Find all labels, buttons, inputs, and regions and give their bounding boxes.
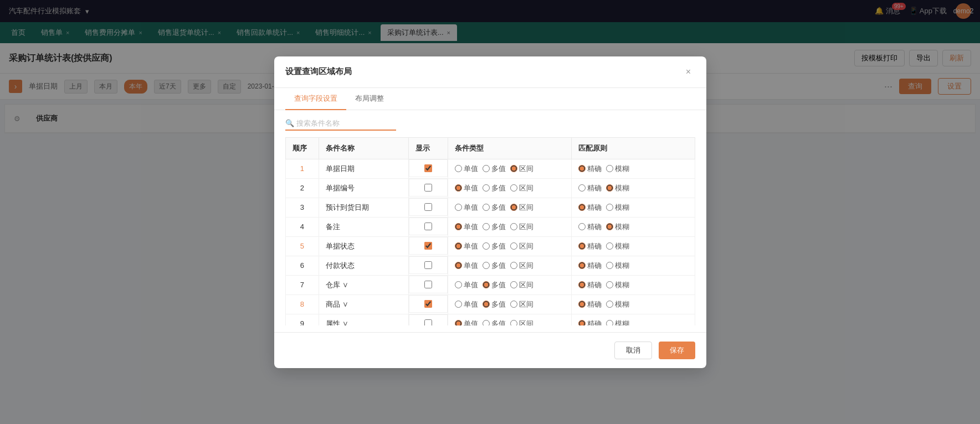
settings-modal: 设置查询区域布局 × 查询字段设置 布局调整 🔍 xyxy=(274,56,706,138)
th-match: 匹配原则 xyxy=(571,137,695,138)
conditions-table: 顺序 条件名称 显示 条件类型 匹配原则 1单据日期单值多值区间精确模糊2单据编… xyxy=(285,137,695,138)
modal-title: 设置查询区域布局 xyxy=(285,66,352,77)
table-header: 顺序 条件名称 显示 条件类型 匹配原则 xyxy=(285,137,695,138)
conditions-table-wrapper[interactable]: 顺序 条件名称 显示 条件类型 匹配原则 1单据日期单值多值区间精确模糊2单据编… xyxy=(285,137,695,138)
th-name: 条件名称 xyxy=(319,137,409,138)
modal-close-button[interactable]: × xyxy=(682,65,695,79)
modal-body: 🔍 顺序 条件名称 显示 条件类型 匹配原则 xyxy=(274,110,706,138)
th-type: 条件类型 xyxy=(448,137,572,138)
modal-tab-query-fields[interactable]: 查询字段设置 xyxy=(285,88,346,110)
modal-overlay: 设置查询区域布局 × 查询字段设置 布局调整 🔍 xyxy=(0,0,980,138)
modal-tab-bar: 查询字段设置 布局调整 xyxy=(274,88,706,110)
modal-header: 设置查询区域布局 × xyxy=(274,56,706,88)
search-input[interactable] xyxy=(296,119,385,127)
modal-search-area: 🔍 xyxy=(285,119,396,131)
th-show: 显示 xyxy=(409,137,448,138)
search-icon: 🔍 xyxy=(285,119,294,127)
modal-tab-layout[interactable]: 布局调整 xyxy=(346,88,393,110)
th-order: 顺序 xyxy=(285,137,319,138)
